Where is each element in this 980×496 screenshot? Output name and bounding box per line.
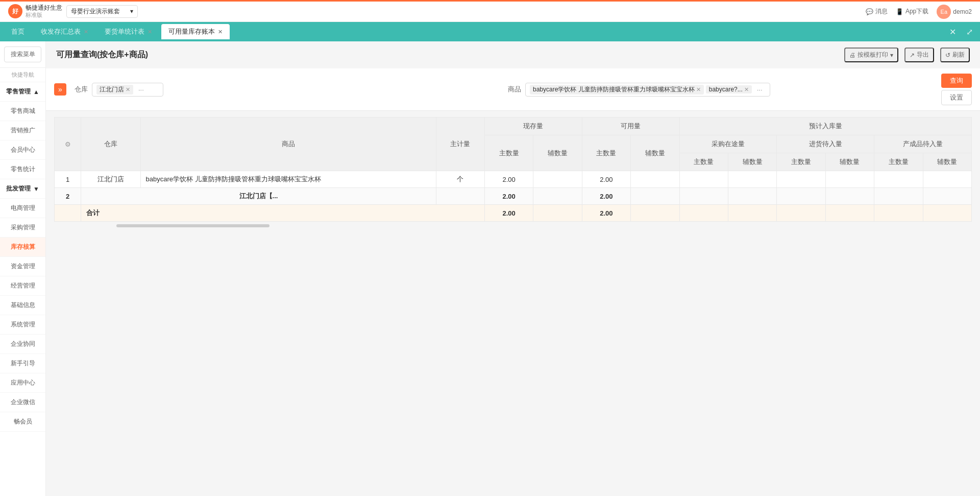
sidebar-item-inventory[interactable]: 库存核算 <box>0 238 45 257</box>
product-tag-1-close[interactable]: ✕ <box>696 86 701 93</box>
warehouse-tag-close[interactable]: ✕ <box>126 86 130 93</box>
settings-col-header[interactable]: ⚙ <box>55 117 81 171</box>
product-pending-aux-header: 辅数量 <box>923 153 971 171</box>
tab-available-inventory-label: 可用量库存账本 <box>168 27 215 36</box>
sidebar-item-app-center[interactable]: 应用中心 <box>0 373 45 393</box>
settings-icon[interactable]: ⚙ <box>65 140 71 148</box>
sidebar-item-zero-sales[interactable]: 零售管理 ▲ <box>0 82 45 102</box>
app-download-btn[interactable]: 📱 App下载 <box>896 7 928 16</box>
chevron-down-icon: ▾ <box>890 52 893 59</box>
product-filter-more[interactable]: ··· <box>754 86 766 93</box>
tab-receive-send[interactable]: 收发存汇总表 ✕ <box>34 24 95 39</box>
sidebar-item-basic-info[interactable]: 基础信息 <box>0 296 45 315</box>
footer-avail-main: 2.00 <box>582 205 630 222</box>
printer-icon: 🖨 <box>849 52 855 59</box>
industry-select[interactable]: 母婴行业演示账套 ▾ <box>66 5 138 18</box>
export-btn[interactable]: ↗ 导出 <box>904 48 934 62</box>
table-row: 1 江北门店 babycare学饮杯 儿童防摔防撞吸管杯重力球吸嘴杯宝宝水杯 个… <box>55 171 972 188</box>
row-avail-main: 2.00 <box>582 171 630 188</box>
refresh-icon: ↺ <box>945 52 950 59</box>
horizontal-scrollbar[interactable] <box>116 224 270 227</box>
row-product-pending-aux <box>923 171 971 188</box>
close-all-tabs-btn[interactable]: ✕ <box>946 26 959 38</box>
tab-order-stats[interactable]: 要货单统计表 ✕ <box>97 24 159 39</box>
tab-available-inventory-close[interactable]: ✕ <box>218 29 223 35</box>
query-btn[interactable]: 查询 <box>941 74 972 88</box>
tab-order-stats-label: 要货单统计表 <box>105 27 144 36</box>
sidebar-item-system[interactable]: 系统管理 <box>0 315 45 335</box>
print-label: 按模板打印 <box>857 51 888 59</box>
avail-main-header: 主数量 <box>582 135 630 171</box>
warehouse-filter-more[interactable]: ··· <box>135 86 147 93</box>
tab-receive-send-close[interactable]: ✕ <box>84 29 88 35</box>
tab-available-inventory[interactable]: 可用量库存账本 ✕ <box>161 24 230 39</box>
message-btn[interactable]: 💬 消息 <box>866 7 888 16</box>
logo-icon: 好 <box>8 4 22 18</box>
tab-order-stats-close[interactable]: ✕ <box>148 29 152 35</box>
product-filter-group: 商品 babycare学饮杯 儿童防摔防撞吸管杯重力球吸嘴杯宝宝水杯 ✕ bab… <box>508 83 933 97</box>
warehouse-tag-box[interactable]: 江北门店 ✕ ··· <box>92 83 163 97</box>
stock-aux-qty-header: 辅数量 <box>533 135 582 171</box>
filter-expand-btn[interactable]: » <box>54 83 66 96</box>
group-seq: 2 <box>55 188 81 205</box>
avail-aux-header: 辅数量 <box>631 135 679 171</box>
filter-bar: » 仓库 江北门店 ✕ ··· 商品 babycare学饮杯 儿童防摔防撞吸管杯… <box>46 68 980 111</box>
sidebar-item-purchase[interactable]: 采购管理 <box>0 218 45 238</box>
export-label: 导出 <box>917 51 929 59</box>
warehouse-filter-group: 仓库 江北门店 ✕ ··· <box>75 83 500 97</box>
sidebar-item-wholesale-label: 批发管理 <box>6 184 31 193</box>
sidebar-item-zero-sales-label: 零售管理 <box>6 87 31 96</box>
sidebar-item-finance[interactable]: 资金管理 <box>0 257 45 276</box>
table-area: ⚙ 仓库 商品 主计量 现存量 可用量 预计入库量 主数量 辅数量 主数量 辅数… <box>46 111 980 496</box>
product-tag-2: babycare?... ✕ <box>706 85 752 93</box>
product-col-header: 商品 <box>140 117 436 171</box>
sidebar-item-wholesale[interactable]: 批发管理 ▼ <box>0 179 45 199</box>
industry-label: 母婴行业演示账套 <box>71 7 120 16</box>
sidebar-search-area: 搜索菜单 <box>0 41 45 68</box>
maximize-btn[interactable]: ⤢ <box>963 26 976 38</box>
sidebar-item-vip-member[interactable]: 畅会员 <box>0 412 45 432</box>
sidebar-item-ecommerce[interactable]: 电商管理 <box>0 199 45 218</box>
tab-home[interactable]: 首页 <box>4 24 32 39</box>
export-icon: ↗ <box>910 52 915 59</box>
row-inbound-pending-aux <box>825 171 874 188</box>
message-icon: 💬 <box>866 8 873 15</box>
sidebar-item-online-store[interactable]: 零售商城 <box>0 102 45 121</box>
print-btn[interactable]: 🖨 按模板打印 ▾ <box>844 48 898 62</box>
sidebar-item-enterprise[interactable]: 企业协同 <box>0 335 45 354</box>
stock-main-qty-header: 主数量 <box>484 135 533 171</box>
tab-home-label: 首页 <box>11 27 24 36</box>
horizontal-scrollbar-area <box>54 223 972 229</box>
product-tag-1-text: babycare学饮杯 儿童防摔防撞吸管杯重力球吸嘴杯宝宝水杯 <box>533 85 695 94</box>
product-tag-2-text: babycare?... <box>709 86 743 93</box>
purchase-transit-main-header: 主数量 <box>679 153 728 171</box>
warehouse-col-header: 仓库 <box>81 117 140 171</box>
product-tag-2-close[interactable]: ✕ <box>744 86 749 93</box>
current-stock-col-header: 现存量 <box>484 117 582 135</box>
search-menu-btn[interactable]: 搜索菜单 <box>4 46 41 62</box>
avatar: Ea <box>937 5 951 19</box>
chevron-down-icon: ▼ <box>33 185 39 193</box>
filter-settings-btn[interactable]: 设置 <box>941 90 972 105</box>
row-stock-main: 2.00 <box>484 171 533 188</box>
filter-actions: 查询 设置 <box>941 74 972 105</box>
user-area[interactable]: Ea demo2 <box>937 5 972 19</box>
sidebar-item-retail-stats[interactable]: 零售统计 <box>0 160 45 179</box>
sidebar-item-new-guide[interactable]: 新手引导 <box>0 354 45 373</box>
purchase-transit-aux-header: 辅数量 <box>728 153 776 171</box>
sidebar-item-member[interactable]: 会员中心 <box>0 140 45 160</box>
sidebar-item-marketing[interactable]: 营销推广 <box>0 121 45 140</box>
logo-text: 畅捷通好生意 <box>26 4 62 11</box>
top-bar-left: 好 畅捷通好生意 标准版 母婴行业演示账套 ▾ <box>8 4 138 19</box>
app-download-label: App下载 <box>905 7 928 16</box>
refresh-btn[interactable]: ↺ 刷新 <box>940 48 970 62</box>
row-product: babycare学饮杯 儿童防摔防撞吸管杯重力球吸嘴杯宝宝水杯 <box>140 171 436 188</box>
inbound-pending-aux-header: 辅数量 <box>825 153 874 171</box>
row-stock-aux <box>533 171 582 188</box>
product-tag-box[interactable]: babycare学饮杯 儿童防摔防撞吸管杯重力球吸嘴杯宝宝水杯 ✕ babyca… <box>525 83 770 97</box>
main-layout: 搜索菜单 快捷导航 零售管理 ▲ 零售商城 营销推广 会员中心 零售统计 批发管… <box>0 41 980 496</box>
message-label: 消息 <box>875 7 888 16</box>
group-label: 江北门店【... <box>81 188 436 205</box>
sidebar-item-operations[interactable]: 经营管理 <box>0 276 45 296</box>
sidebar-item-enterprise-wechat[interactable]: 企业微信 <box>0 393 45 412</box>
